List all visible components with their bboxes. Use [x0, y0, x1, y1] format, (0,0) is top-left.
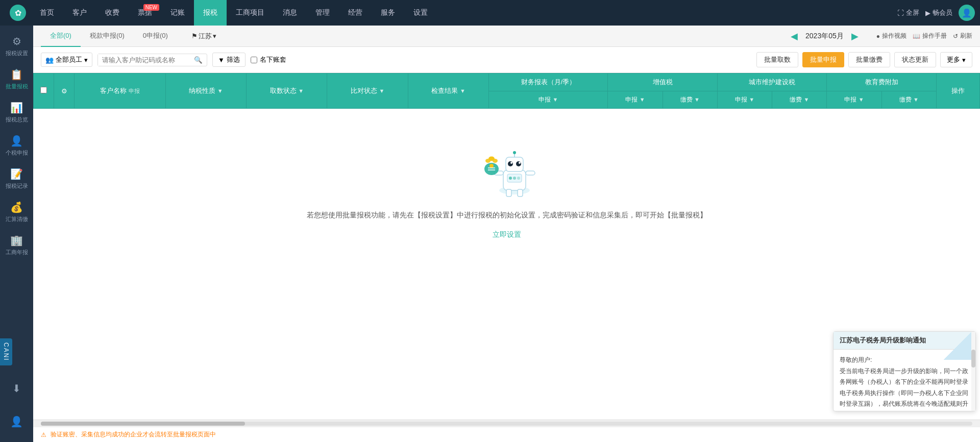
- nav-item-client[interactable]: 客户: [63, 0, 96, 26]
- batch-pay-btn[interactable]: 批量缴费: [848, 52, 890, 67]
- empty-state-row: 若您想使用批量报税功能，请先在【报税设置】中进行报税的初始化设置，完成密码验证和…: [34, 109, 980, 271]
- sidebar-item-personal-tax[interactable]: 👤 个税申报: [2, 130, 32, 161]
- financial-declare-filter[interactable]: ▼: [553, 96, 558, 103]
- tab-tax-declare[interactable]: 税款申报(0): [81, 26, 134, 47]
- th-settings: ⚙: [54, 73, 75, 109]
- employee-select[interactable]: 👥 全部员工 ▾: [41, 53, 92, 67]
- svg-point-5: [510, 162, 512, 164]
- scroll-track[interactable]: [41, 422, 972, 426]
- next-month-btn[interactable]: ▶: [849, 30, 861, 42]
- nav-item-service[interactable]: 服务: [372, 0, 404, 26]
- tab-zero-declare[interactable]: 0申报(0): [134, 26, 177, 47]
- nav-item-manage[interactable]: 管理: [306, 0, 339, 26]
- batch-declare-btn[interactable]: 批量申报: [802, 52, 844, 67]
- nav-item-accounting[interactable]: 记账: [161, 0, 194, 26]
- province-icon: ⚑: [191, 32, 198, 40]
- batch-fetch-btn[interactable]: 批量取数: [756, 52, 798, 67]
- empty-text: 若您想使用批量报税功能，请先在【报税设置】中进行报税的初始化设置，完成密码验证和…: [307, 211, 707, 220]
- svg-point-22: [513, 177, 516, 180]
- nav-item-message[interactable]: 消息: [274, 0, 306, 26]
- nav-items: 首页 客户 收费 票据 NEW 记账 报税 工商项目 消息 管理 经营 服务 设…: [31, 0, 897, 26]
- search-input[interactable]: [98, 54, 190, 66]
- fetch-status-filter-icon[interactable]: ▼: [298, 88, 304, 94]
- tax-records-icon: 📝: [10, 168, 23, 180]
- sidebar-item-download[interactable]: ⬇: [2, 373, 32, 404]
- search-input-wrap: 🔍: [97, 54, 207, 66]
- nav-item-settings[interactable]: 设置: [404, 0, 437, 26]
- nav-item-home[interactable]: 首页: [31, 0, 63, 26]
- status-update-btn[interactable]: 状态更新: [894, 52, 936, 67]
- tax-type-filter-icon[interactable]: ▼: [217, 88, 223, 94]
- toolbar: 👥 全部员工 ▾ 🔍 ▼ 筛选 名下账套 批量取数 批量申报 批量缴费 状态更新: [33, 47, 980, 73]
- logo[interactable]: ✿: [5, 0, 31, 26]
- th-vat: 增值税: [608, 73, 718, 91]
- sidebar-item-batch-tax[interactable]: 📋 批量报税: [2, 64, 32, 94]
- download-icon: ⬇: [12, 382, 21, 395]
- refresh-btn[interactable]: ↺ 刷新: [953, 32, 972, 40]
- avatar[interactable]: 👤: [959, 5, 975, 21]
- search-button[interactable]: 🔍: [190, 54, 207, 66]
- nav-item-invoice[interactable]: 票据 NEW: [129, 0, 161, 26]
- th-vat-pay: 缴费 ▼: [663, 91, 717, 109]
- refresh-icon: ↺: [953, 33, 958, 40]
- svg-point-19: [493, 159, 498, 163]
- member-btn[interactable]: ▶ 畅会员: [925, 8, 952, 17]
- tabs-bar: 全部(0) 税款申报(0) 0申报(0) ⚑ 江苏 ▾ ◀ 2023年05月 ▶…: [33, 26, 980, 47]
- edu-declare-filter[interactable]: ▼: [859, 96, 864, 103]
- scroll-thumb[interactable]: [41, 422, 245, 426]
- th-vat-declare: 申报 ▼: [608, 91, 663, 109]
- th-fetch-status: 取数状态 ▼: [247, 73, 327, 109]
- top-nav: ✿ 首页 客户 收费 票据 NEW 记账 报税 工商项目 消息 管理 经营 服务…: [0, 0, 980, 26]
- th-financial-declare: 申报 ▼: [489, 91, 608, 109]
- vat-declare-filter[interactable]: ▼: [640, 96, 645, 103]
- filter-btn[interactable]: ▼ 筛选: [212, 53, 246, 67]
- th-checkbox[interactable]: [34, 73, 54, 109]
- notif-text: 尊敬的用户: 受当前电子税务局进一步升级的影响，同一个政务网账号（办税人）名下的…: [840, 355, 969, 411]
- sidebar-item-tax-settings[interactable]: ⚙ 报税设置: [2, 31, 32, 61]
- tax-overview-icon: 📊: [10, 102, 23, 114]
- sidebar-item-user[interactable]: 👤: [2, 406, 32, 437]
- sidebar-bottom: ⬇ 👤: [2, 373, 32, 442]
- svg-point-14: [489, 164, 494, 168]
- notif-close-btn[interactable]: ×: [965, 336, 969, 345]
- svg-point-4: [516, 161, 521, 166]
- member-icon: ▶: [925, 9, 930, 17]
- logo-icon: ✿: [10, 5, 26, 21]
- sidebar-item-tax-overview[interactable]: 📊 报税总览: [2, 97, 32, 128]
- nav-item-operations[interactable]: 经营: [339, 0, 372, 26]
- select-all-checkbox[interactable]: [40, 87, 47, 93]
- fullscreen-btn[interactable]: ⛶ 全屏: [897, 8, 919, 17]
- name-accounts-input[interactable]: [251, 57, 257, 63]
- name-accounts-checkbox[interactable]: 名下账套: [251, 55, 286, 64]
- compare-status-filter-icon[interactable]: ▼: [379, 88, 385, 94]
- robot-illustration: [474, 139, 540, 201]
- svg-point-23: [517, 177, 520, 180]
- check-result-filter-icon[interactable]: ▼: [460, 88, 465, 94]
- urban-pay-filter[interactable]: ▼: [803, 96, 809, 103]
- new-badge: NEW: [143, 4, 159, 11]
- sidebar-item-annual-report[interactable]: 🏢 工商年报: [2, 230, 32, 260]
- operation-video-btn[interactable]: ● 操作视频: [876, 32, 906, 40]
- setup-link[interactable]: 立即设置: [493, 230, 521, 239]
- province-selector[interactable]: ⚑ 江苏 ▾: [187, 30, 220, 43]
- th-compare-status: 比对状态 ▼: [327, 73, 408, 109]
- filter-icon: ▼: [218, 56, 225, 64]
- video-icon: ●: [876, 33, 880, 40]
- empty-state: 若您想使用批量报税功能，请先在【报税设置】中进行报税的初始化设置，完成密码验证和…: [34, 109, 980, 270]
- notif-scrollbar[interactable]: [971, 332, 975, 411]
- prev-month-btn[interactable]: ◀: [788, 30, 800, 42]
- vat-pay-filter[interactable]: ▼: [694, 96, 700, 103]
- th-tax-type: 纳税性质 ▼: [165, 73, 246, 109]
- more-btn[interactable]: 更多 ▾: [940, 52, 972, 67]
- nav-item-fee[interactable]: 收费: [96, 0, 129, 26]
- sidebar-item-tax-records[interactable]: 📝 报税记录: [2, 163, 32, 194]
- sidebar-item-annual-settlement[interactable]: 💰 汇算清缴: [2, 197, 32, 227]
- tab-all[interactable]: 全部(0): [41, 26, 81, 47]
- client-filter-icon[interactable]: 申报: [129, 88, 140, 94]
- nav-item-tax[interactable]: 报税: [194, 0, 227, 26]
- nav-right: ⛶ 全屏 ▶ 畅会员 👤: [897, 5, 975, 21]
- edu-pay-filter[interactable]: ▼: [913, 96, 919, 103]
- operation-manual-btn[interactable]: 📖 操作手册: [913, 32, 947, 40]
- nav-item-industrial[interactable]: 工商项目: [227, 0, 274, 26]
- urban-declare-filter[interactable]: ▼: [749, 96, 754, 103]
